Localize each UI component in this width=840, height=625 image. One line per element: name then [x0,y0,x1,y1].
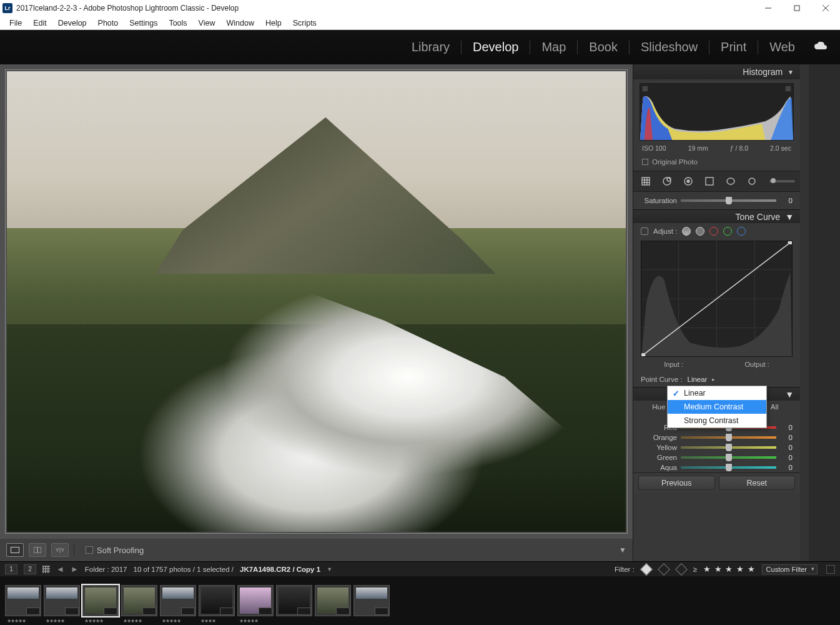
loupe-toolbar: Y|Y Soft Proofing ▼ [0,539,633,561]
luminance-aqua-slider[interactable]: Aqua0 [633,462,800,472]
secondary-display-1[interactable]: 1 [5,564,17,574]
soft-proofing-toggle[interactable]: Soft Proofing [86,546,144,555]
crop-tool-icon[interactable] [638,174,653,189]
menu-help[interactable]: Help [260,18,287,29]
filename-dropdown-icon[interactable]: ▼ [327,566,332,572]
grid-view-icon[interactable] [42,566,50,573]
cloud-sync-icon[interactable] [814,41,828,54]
nav-forward-icon[interactable]: ► [71,564,79,574]
previous-button[interactable]: Previous [638,476,715,490]
flag-unflagged-icon[interactable] [658,563,670,576]
targeted-adjust-icon[interactable] [641,228,648,235]
filmstrip-thumb-selected[interactable]: 2★★★★★ [82,585,119,616]
curve-channel-blue[interactable] [737,227,746,236]
nav-back-icon[interactable]: ◄ [56,564,64,574]
menu-develop[interactable]: Develop [52,18,92,29]
develop-tool-strip [633,171,800,192]
window-close-button[interactable] [811,0,840,16]
secondary-display-2[interactable]: 2 [24,564,36,574]
redeye-tool-icon[interactable] [681,174,696,189]
menu-photo[interactable]: Photo [92,18,124,29]
window-title: 2017Iceland-2-2-3 - Adobe Photoshop Ligh… [16,4,754,12]
flag-rejected-icon[interactable] [675,563,688,576]
filmstrip-thumb[interactable] [276,585,312,616]
collapse-icon: ▼ [788,69,794,76]
module-slideshow[interactable]: Slideshow [630,40,709,54]
module-print[interactable]: Print [709,40,758,54]
menu-bar: File Edit Develop Photo Settings Tools V… [0,16,840,30]
histogram-display[interactable] [640,83,794,141]
saturation-slider[interactable]: Saturation 0 [633,192,800,209]
before-after-tb-button[interactable]: Y|Y [51,543,69,557]
curve-channel-green[interactable] [723,227,732,236]
module-book[interactable]: Book [578,40,629,54]
original-photo-checkbox[interactable] [642,159,648,165]
tone-curve-graph[interactable] [641,241,793,357]
panel-switch-icon[interactable] [641,214,646,219]
tone-curve-panel-header[interactable]: Tone Curve ▼ [633,209,800,223]
svg-rect-13 [706,178,713,185]
soft-proofing-checkbox[interactable] [86,546,93,554]
filmstrip-thumb[interactable]: 2 [353,585,390,616]
original-photo-toggle[interactable]: Original Photo [633,156,800,171]
histogram-panel-header[interactable]: Histogram▼ [633,64,800,79]
point-curve-value: Linear [687,376,707,383]
dropdown-option-linear[interactable]: Linear [668,386,766,400]
filmstrip[interactable]: ★★★★★ ★★★★★ 2★★★★★ ★★★★★ ★★★★★ ★★★★ ★★★★… [0,576,840,625]
filmstrip-thumb[interactable]: ★★★★★ [237,585,274,616]
toolbar-options-chevron[interactable]: ▼ [619,546,626,554]
curve-channel-red[interactable] [709,227,718,236]
menu-scripts[interactable]: Scripts [287,18,322,29]
spot-removal-tool-icon[interactable] [660,174,674,189]
menu-file[interactable]: File [4,18,27,29]
current-filename: JK7A1498.CR2 / Copy 1 [240,566,320,573]
dropdown-option-strong-contrast[interactable]: Strong Contrast [668,414,766,428]
filmstrip-thumb[interactable]: ★★★★★ [44,585,80,616]
rating-filter-stars[interactable]: ★ ★ ★ ★ ★ [703,564,755,574]
luminance-yellow-slider[interactable]: Yellow0 [633,442,800,452]
aperture-value: ƒ / 8.0 [730,144,748,152]
module-develop[interactable]: Develop [462,40,530,54]
curve-channel-rgb[interactable] [682,227,691,236]
menu-tools[interactable]: Tools [163,18,192,29]
menu-window[interactable]: Window [220,18,259,29]
photo-canvas[interactable] [7,71,626,532]
before-after-lr-button[interactable] [29,543,46,557]
curve-channel-luma[interactable] [696,227,704,236]
filmstrip-thumb[interactable]: ★★★★ [199,585,235,616]
window-minimize-button[interactable] [754,0,783,16]
dropdown-chevron-icon[interactable]: ▸ [712,376,715,382]
filmstrip-thumb[interactable]: ★★★★★ [160,585,196,616]
module-web[interactable]: Web [758,40,806,54]
filmstrip-thumb[interactable] [315,585,351,616]
flag-picked-icon[interactable] [640,563,653,576]
dropdown-option-medium-contrast[interactable]: Medium Contrast [668,400,766,414]
filmstrip-info-bar: 1 2 ◄ ► Folder : 2017 10 of 1757 photos … [0,561,840,576]
radial-filter-tool-icon[interactable] [723,174,738,189]
focal-length-value: 19 mm [688,144,708,152]
shutter-value: 2.0 sec [770,144,791,152]
menu-edit[interactable]: Edit [27,18,52,29]
filmstrip-thumb[interactable]: ★★★★★ [5,585,41,616]
filmstrip-thumb[interactable]: ★★★★★ [121,585,157,616]
right-scrollbar[interactable] [800,64,809,561]
luminance-green-slider[interactable]: Green0 [633,452,800,462]
luminance-orange-slider[interactable]: Orange0 [633,432,800,442]
window-maximize-button[interactable] [783,0,811,16]
mask-overlay-slider[interactable] [769,180,795,182]
menu-settings[interactable]: Settings [124,18,163,29]
module-library[interactable]: Library [400,40,461,54]
brush-tool-icon[interactable] [744,174,759,189]
rating-ge[interactable]: ≥ [693,566,697,573]
canvas-area[interactable] [0,64,633,539]
point-curve-row[interactable]: Point Curve : Linear ▸ Linear Medium Con… [633,372,800,387]
graduated-filter-tool-icon[interactable] [702,174,717,189]
right-panel: Histogram▼ ISO 100 19 mm ƒ / 8.0 2.0 sec [633,64,800,561]
custom-filter-select[interactable]: Custom Filter [762,564,818,574]
loupe-view-button[interactable] [6,543,24,557]
reset-button[interactable]: Reset [719,476,796,490]
module-map[interactable]: Map [530,40,577,54]
menu-view[interactable]: View [193,18,221,29]
folder-path[interactable]: Folder : 2017 [85,566,127,573]
filter-lock-icon[interactable] [826,565,835,574]
